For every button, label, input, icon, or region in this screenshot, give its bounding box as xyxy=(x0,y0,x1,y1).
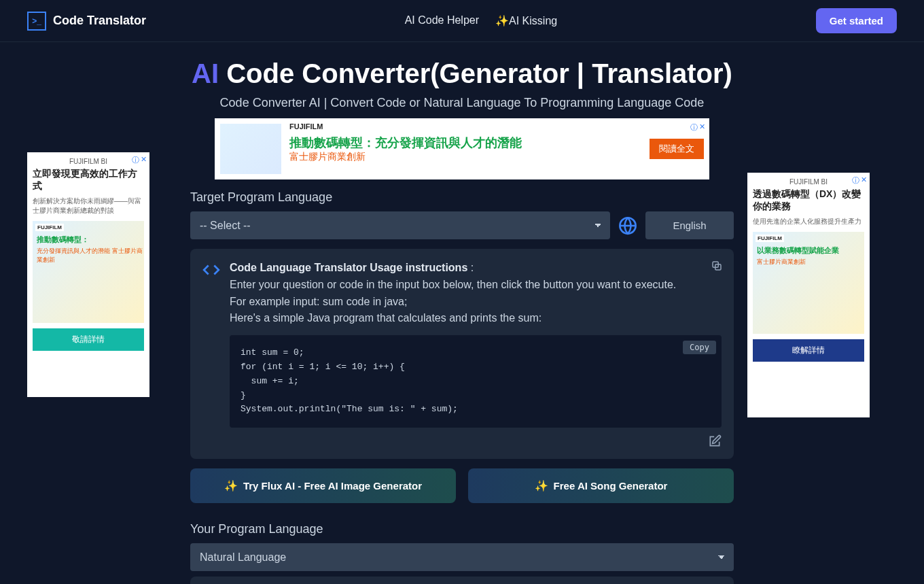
logo-text: Code Translator xyxy=(53,14,146,28)
ad-left-image: 推動數碼轉型： 充分發揮資訊與人才的潛能 富士膠片商業創新 xyxy=(33,221,144,323)
ad-right-sidebar[interactable]: ⓘ✕ FUJIFILM BI 透過數碼轉型（DX）改變你的業務 使用先進的企業人… xyxy=(747,173,870,417)
title-rest: Code Converter(Generator | Translator) xyxy=(219,58,732,88)
nav-ai-kissing[interactable]: ✨AI Kissing xyxy=(495,14,557,27)
code-icon xyxy=(202,261,220,428)
nav-center: AI Code Helper ✨AI Kissing xyxy=(405,14,558,27)
instructions-line2: For example input: sum code in java; xyxy=(230,296,407,307)
locale-select[interactable]: English xyxy=(645,211,734,239)
sparkle-icon: ✨ xyxy=(224,479,238,492)
your-language-label: Your Program Language xyxy=(190,522,734,536)
nav-ai-code-helper[interactable]: AI Code Helper xyxy=(405,14,479,27)
ad-badge: FUJIFILM BI xyxy=(753,178,864,186)
ad-left-cta[interactable]: 敬請詳情 xyxy=(33,328,144,351)
ad-left-sidebar[interactable]: ⓘ✕ FUJIFILM BI 立即發現更高效的工作方式 創新解決方案助你未雨綢繆… xyxy=(27,152,149,397)
instructions-panel: Code Language Translator Usage instructi… xyxy=(190,249,734,459)
code-sample-block: Copyint sum = 0; for (int i = 1; i <= 10… xyxy=(230,335,722,428)
promo-song-button[interactable]: ✨ Free AI Song Generator xyxy=(468,468,734,503)
instructions-heading: Code Language Translator Usage instructi… xyxy=(230,262,467,273)
promo-flux-button[interactable]: ✨ Try Flux AI - Free AI Image Generator xyxy=(190,468,456,503)
instructions-line3: Here's a simple Java program that calcul… xyxy=(230,312,541,324)
terminal-icon: >_ xyxy=(27,12,46,31)
target-language-select[interactable]: -- Select -- xyxy=(190,211,610,239)
ad-banner-close-icon[interactable]: ⓘ✕ xyxy=(690,122,705,133)
ad-left-desc: 創新解決方案助你未雨綢繆——與富士膠片商業創新總裁的對談 xyxy=(33,196,144,216)
ad-top-banner[interactable]: FUJIFILM 推動數碼轉型：充分發揮資訊與人才的潛能 富士膠片商業創新 閱讀… xyxy=(215,118,709,179)
ad-right-cta[interactable]: 瞭解詳情 xyxy=(753,339,864,362)
ad-banner-line1: 推動數碼轉型：充分發揮資訊與人才的潛能 xyxy=(289,135,650,151)
your-language-select[interactable]: Natural Language xyxy=(190,543,734,571)
ad-banner-graphic xyxy=(220,124,281,174)
ad-close-icon[interactable]: ⓘ✕ xyxy=(852,175,867,186)
ad-right-title: 透過數碼轉型（DX）改變你的業務 xyxy=(753,188,864,213)
ad-close-icon[interactable]: ⓘ✕ xyxy=(132,155,147,165)
instructions-line1: Enter your question or code in the input… xyxy=(230,279,676,290)
edit-icon[interactable] xyxy=(708,434,722,448)
target-language-label: Target Program Language xyxy=(190,190,734,205)
title-ai-prefix: AI xyxy=(192,58,219,88)
ad-left-title: 立即發現更高效的工作方式 xyxy=(33,168,144,192)
logo-group[interactable]: >_ Code Translator xyxy=(27,12,146,31)
ad-badge: FUJIFILM BI xyxy=(33,158,144,165)
code-sample-text: int sum = 0; for (int i = 1; i <= 10; i+… xyxy=(241,347,458,414)
page-subtitle: Code Converter AI | Convert Code or Natu… xyxy=(0,96,924,110)
copy-code-button[interactable]: Copy xyxy=(683,341,716,354)
input-panel: Clear xyxy=(190,577,734,584)
ad-banner-brand: FUJIFILM xyxy=(289,122,323,131)
ad-right-desc: 使用先進的企業人化服務提升生產力 xyxy=(753,217,864,226)
ad-banner-cta[interactable]: 閱讀全文 xyxy=(650,139,704,159)
get-started-button[interactable]: Get started xyxy=(816,8,897,33)
globe-icon xyxy=(618,216,637,235)
ad-right-image: 以業務數碼轉型賦能企業 富士膠片商業創新 xyxy=(753,232,864,334)
ad-banner-line2: 富士膠片商業創新 xyxy=(289,151,650,163)
sparkle-icon: ✨ xyxy=(535,479,548,492)
page-title: AI Code Converter(Generator | Translator… xyxy=(0,58,924,89)
copy-icon[interactable] xyxy=(711,260,723,272)
